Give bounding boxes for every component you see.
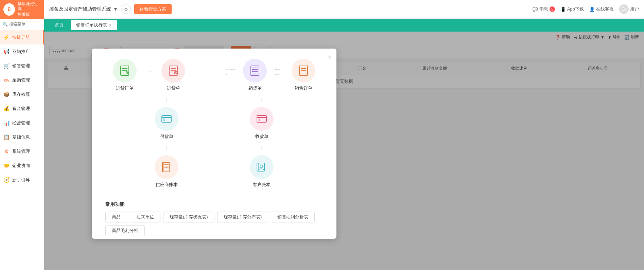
flow-row-1: 进货订单 → ✓ 进货单 — [105, 59, 323, 91]
sale-bill-label: 销货单 — [248, 85, 262, 91]
user-profile[interactable]: Ea 用户 — [619, 4, 639, 14]
online-service-btn[interactable]: 👤 在线客服 — [589, 6, 614, 12]
dashed-spacer: - - - - -→ — [274, 67, 284, 84]
func-btn-product[interactable]: 商品 — [105, 212, 127, 222]
func-btn-sales-profit[interactable]: 销售毛利分析表 — [271, 212, 315, 222]
logo-icon: 6 — [3, 3, 15, 16]
sidebar-item-basic-info[interactable]: 📋 基础信息 — [0, 130, 44, 144]
flow-item-receipt[interactable]: ¥ 收款单 — [241, 107, 282, 140]
experience-btn[interactable]: 体验行业方案 — [134, 4, 172, 14]
sidebar-nav: ⚡ 快捷导航 📢 营销推广 🛒 销售管理 🛍 采购管理 📦 库存核算 💰 — [0, 30, 44, 270]
marketing-icon: 📢 — [3, 49, 10, 55]
func-btn-partner[interactable]: 往来单位 — [130, 212, 160, 222]
svg-rect-10 — [251, 66, 259, 75]
func-btn-stock-dist[interactable]: 现存量(库存分布表) — [217, 212, 268, 222]
modal-close-btn[interactable]: × — [328, 54, 331, 61]
sidebar-item-newbie[interactable]: 🧭 新手引导 — [0, 173, 44, 187]
sidebar-item-enterprise[interactable]: 🤝 企业协同 — [0, 159, 44, 173]
sidebar-item-operation[interactable]: 📊 经营管理 — [0, 116, 44, 130]
arrow-rec-down: ↓ — [241, 144, 282, 150]
sidebar-item-marketing[interactable]: 📢 营销推广 — [0, 44, 44, 59]
dashed-arrow-so-to-sb: ← - - - - - — [225, 67, 235, 84]
supplier-ledger-label: 供应商账本 — [156, 182, 178, 188]
quick-nav-icon: ⚡ — [3, 34, 10, 40]
arrow-pb-down: ↓ — [146, 96, 187, 102]
arrow-sb-down: ↓ — [241, 96, 282, 102]
common-functions: 常用功能 商品 往来单位 现存量(库存状况表) 现存量(库存分布表) 销售毛利分… — [92, 201, 336, 239]
customer-ledger-label: 客户账本 — [253, 182, 271, 188]
customer-ledger-circle — [250, 155, 274, 179]
sale-order-label: 销售订单 — [295, 85, 312, 91]
flow-item-sale-order[interactable]: 销售订单 — [284, 59, 323, 91]
svg-rect-25 — [162, 162, 169, 172]
dropdown-arrow[interactable]: ▼ — [113, 6, 118, 12]
tab-sales-order[interactable]: 销售订单执行表 × — [71, 20, 117, 30]
sidebar-item-inventory[interactable]: 📦 库存核算 — [0, 87, 44, 102]
tab-close-btn[interactable]: × — [109, 23, 111, 28]
flow-item-customer-ledger[interactable]: 客户账本 — [241, 155, 282, 188]
message-btn[interactable]: 💬 消息 5 — [533, 6, 555, 12]
func-btn-product-profit[interactable]: 商品毛利分析 — [105, 225, 145, 236]
basic-info-icon: 📋 — [3, 134, 10, 140]
service-icon: 👤 — [589, 7, 595, 12]
newbie-icon: 🧭 — [3, 177, 10, 183]
svg-text:¥: ¥ — [258, 118, 260, 122]
receipt-label: 收款单 — [255, 133, 268, 140]
flow-row-arrows2: ↓ ↓ — [146, 143, 323, 152]
svg-text:¥: ¥ — [163, 118, 165, 122]
flowchart: 进货订单 → ✓ 进货单 — [92, 49, 336, 201]
topbar-right: 💬 消息 5 📱 App下载 👤 在线客服 Ea 用户 — [533, 4, 639, 14]
payment-circle: ¥ — [155, 107, 178, 131]
app-download-btn[interactable]: 📱 App下载 — [560, 6, 584, 12]
purchase-bill-label: 进货单 — [167, 85, 180, 91]
purchase-order-label: 进货订单 — [116, 85, 134, 91]
message-badge: 5 — [550, 6, 555, 12]
operation-icon: 📊 — [3, 120, 10, 126]
flow-row-3: 供应商账本 客户账本 — [146, 155, 323, 188]
flow-row-2: ¥ 付款单 ¥ 收款单 — [146, 107, 323, 140]
sale-order-circle — [292, 59, 315, 83]
search-icon: 🔍 — [3, 22, 8, 27]
modal-overlay[interactable]: × 进货订单 — [44, 32, 644, 270]
system-icon: ⚙ — [3, 148, 10, 155]
svg-point-32 — [260, 165, 263, 168]
sidebar-item-system[interactable]: ⚙ 系统管理 — [0, 144, 44, 159]
supplier-ledger-circle — [155, 155, 178, 179]
main-content: 装备及固定资产辅助管理系统 ▼ ⚙ 体验行业方案 💬 消息 5 📱 App下载 … — [44, 0, 644, 270]
arrow-pay-down: ↓ — [146, 144, 187, 150]
tabbar: 首页 销售订单执行表 × — [44, 19, 644, 32]
inventory-icon: 📦 — [3, 91, 10, 97]
payment-label: 付款单 — [160, 133, 173, 140]
flow-item-payment[interactable]: ¥ 付款单 — [146, 107, 187, 140]
purchase-order-circle — [113, 59, 137, 83]
func-btn-stock-status[interactable]: 现存量(库存状况表) — [163, 212, 214, 222]
svg-text:✓: ✓ — [175, 72, 177, 75]
sidebar-search[interactable]: 🔍 搜索菜单 — [0, 19, 44, 30]
sidebar-logo: 6 畅康通好生意 标准版 — [0, 0, 44, 19]
flow-item-sale-bill[interactable]: 销货单 — [236, 59, 275, 91]
sidebar-item-finance[interactable]: 💰 资金管理 — [0, 102, 44, 116]
flow-item-purchase-order[interactable]: 进货订单 — [105, 59, 144, 91]
content-area: ❓ 帮助 🖨 按模板打印 ▼ ⬆ 导出 🔄 刷新 — [44, 32, 644, 270]
flow-row-arrows: ↓ ↓ — [146, 95, 323, 104]
finance-icon: 💰 — [3, 106, 10, 112]
sales-icon: 🛒 — [3, 63, 10, 69]
tab-home[interactable]: 首页 — [49, 20, 69, 30]
purchase-icon: 🛍 — [3, 77, 10, 83]
sidebar-item-purchase[interactable]: 🛍 采购管理 — [0, 73, 44, 87]
common-title: 常用功能 — [105, 201, 323, 208]
sidebar: 6 畅康通好生意 标准版 🔍 搜索菜单 ⚡ 快捷导航 📢 营销推广 🛒 销售管理 — [0, 0, 44, 270]
flowchart-modal: × 进货订单 — [92, 49, 336, 239]
purchase-bill-circle: ✓ — [161, 59, 185, 83]
flow-item-purchase-bill[interactable]: ✓ 进货单 — [154, 59, 193, 91]
svg-rect-26 — [164, 162, 169, 172]
message-icon: 💬 — [533, 7, 538, 12]
settings-gear[interactable]: ⚙ — [121, 4, 131, 14]
svg-rect-31 — [258, 163, 264, 171]
topbar: 装备及固定资产辅助管理系统 ▼ ⚙ 体验行业方案 💬 消息 5 📱 App下载 … — [44, 0, 644, 19]
sidebar-item-sales[interactable]: 🛒 销售管理 — [0, 59, 44, 73]
func-buttons-row1: 商品 往来单位 现存量(库存状况表) 现存量(库存分布表) 销售毛利分析表 商品… — [105, 212, 323, 236]
sidebar-item-quick-nav[interactable]: ⚡ 快捷导航 — [0, 30, 44, 44]
flow-item-supplier-ledger[interactable]: 供应商账本 — [146, 155, 187, 188]
enterprise-icon: 🤝 — [3, 163, 10, 169]
